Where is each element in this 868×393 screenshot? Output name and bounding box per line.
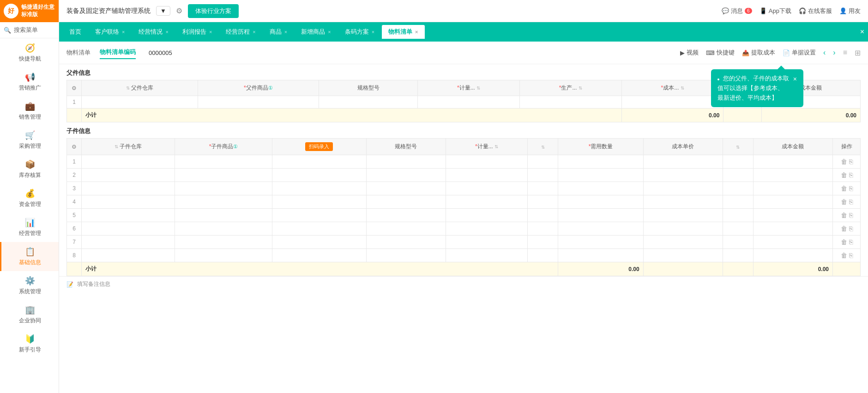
child-unit-8[interactable] (446, 249, 527, 262)
delete-icon-2[interactable]: 🗑 (841, 171, 847, 179)
sidebar-item-system[interactable]: ⚙️系统管理 (0, 271, 59, 300)
sidebar-item-guide[interactable]: 🔰新手引导 (0, 329, 59, 358)
child-warehouse-8[interactable] (82, 249, 175, 262)
child-sort2-4[interactable] (723, 195, 753, 209)
tab-close-bom[interactable]: × (415, 29, 418, 35)
tab-close-new-products[interactable]: × (328, 29, 331, 35)
child-warehouse-2[interactable] (82, 169, 175, 182)
child-unit-cost-7[interactable] (643, 236, 723, 249)
child-scan-7[interactable] (272, 236, 366, 249)
app-download-item[interactable]: 📱 App下载 (760, 7, 791, 15)
nav-tab-customer[interactable]: 客户联络× (89, 25, 131, 39)
child-sort-5[interactable] (528, 209, 558, 222)
child-unit-cost-3[interactable] (643, 182, 723, 195)
trial-button[interactable]: 体验行业方案 (188, 4, 239, 18)
nav-tab-products[interactable]: 商品× (263, 25, 294, 39)
copy-icon-5[interactable]: ⎘ (849, 212, 853, 219)
nav-grid-icon[interactable]: ≡ (843, 48, 847, 57)
parent-product-1[interactable] (198, 96, 319, 109)
child-unit-cost-5[interactable] (643, 209, 723, 222)
child-product-2[interactable] (175, 169, 272, 182)
copy-icon-4[interactable]: ⎘ (849, 198, 853, 206)
copy-icon-3[interactable]: ⎘ (849, 185, 853, 192)
nav-tab-barcode[interactable]: 条码方案× (338, 25, 381, 39)
single-settings-action[interactable]: 📄 单据设置 (783, 48, 816, 57)
user-item[interactable]: 👤 用友 (839, 7, 861, 15)
close-all-tabs[interactable]: × (860, 28, 864, 36)
child-unit-2[interactable] (446, 169, 527, 182)
child-spec-8[interactable] (366, 249, 446, 262)
child-req-qty-5[interactable] (558, 209, 643, 222)
child-sort-1[interactable] (528, 155, 558, 169)
sidebar-item-inventory[interactable]: 📦库存核算 (0, 155, 59, 184)
child-unit-4[interactable] (446, 195, 527, 209)
video-action[interactable]: ▶ 视频 (680, 48, 699, 57)
child-spec-4[interactable] (366, 195, 446, 209)
child-sort-6[interactable] (528, 222, 558, 236)
child-product-6[interactable] (175, 222, 272, 236)
child-unit-cost-2[interactable] (643, 169, 723, 182)
child-warehouse-6[interactable] (82, 222, 175, 236)
child-warehouse-3[interactable] (82, 182, 175, 195)
copy-icon-1[interactable]: ⎘ (849, 158, 853, 165)
child-sort2-2[interactable] (723, 169, 753, 182)
settings-icon[interactable]: ⚙ (176, 6, 182, 15)
child-scan-6[interactable] (272, 222, 366, 236)
delete-icon-7[interactable]: 🗑 (841, 238, 847, 246)
child-spec-6[interactable] (366, 222, 446, 236)
child-sort-7[interactable] (528, 236, 558, 249)
child-unit-cost-6[interactable] (643, 222, 723, 236)
sidebar-item-business[interactable]: 📊经营管理 (0, 213, 59, 242)
tab-close-profit[interactable]: × (209, 29, 212, 35)
child-spec-2[interactable] (366, 169, 446, 182)
th-parent-settings[interactable]: ⚙ (67, 80, 82, 96)
sidebar-item-sales[interactable]: 💼销售管理 (0, 97, 59, 126)
child-unit-6[interactable] (446, 222, 527, 236)
nav-tab-operations[interactable]: 经营情况× (132, 25, 175, 39)
child-scan-2[interactable] (272, 169, 366, 182)
child-req-qty-3[interactable] (558, 182, 643, 195)
delete-icon-4[interactable]: 🗑 (841, 198, 847, 206)
child-unit-cost-8[interactable] (643, 249, 723, 262)
sidebar-item-finance[interactable]: 💰资金管理 (0, 184, 59, 213)
sidebar-item-quick-nav[interactable]: 🧭快捷导航 (0, 38, 59, 67)
sidebar-item-enterprise[interactable]: 🏢企业协同 (0, 300, 59, 329)
child-unit-cost-4[interactable] (643, 195, 723, 209)
child-sort-8[interactable] (528, 249, 558, 262)
sub-tab-bom-code[interactable]: 物料清单编码 (100, 46, 136, 59)
child-req-qty-2[interactable] (558, 169, 643, 182)
child-spec-3[interactable] (366, 182, 446, 195)
nav-tab-new-products[interactable]: 新增商品× (295, 25, 337, 39)
child-scan-1[interactable] (272, 155, 366, 169)
child-unit-7[interactable] (446, 236, 527, 249)
scan-button[interactable]: 扫码录入 (305, 142, 333, 151)
child-warehouse-1[interactable] (82, 155, 175, 169)
notes-placeholder[interactable]: 填写备注信息 (77, 280, 110, 288)
parent-unit-1[interactable] (418, 96, 520, 109)
child-sort2-3[interactable] (723, 182, 753, 195)
child-scan-5[interactable] (272, 209, 366, 222)
child-sort-4[interactable] (528, 195, 558, 209)
system-dropdown[interactable]: ▼ (156, 6, 170, 16)
nav-next-arrow[interactable]: › (833, 48, 835, 57)
child-product-7[interactable] (175, 236, 272, 249)
child-spec-1[interactable] (366, 155, 446, 169)
child-req-qty-8[interactable] (558, 249, 643, 262)
copy-icon-8[interactable]: ⎘ (849, 252, 853, 259)
child-req-qty-6[interactable] (558, 222, 643, 236)
parent-produce-1[interactable] (519, 96, 621, 109)
message-item[interactable]: 💬 消息 6 (722, 7, 752, 15)
shortcut-action[interactable]: ⌨ 快捷键 (706, 48, 735, 57)
child-scan-4[interactable] (272, 195, 366, 209)
parent-warehouse-1[interactable] (82, 96, 198, 109)
child-req-qty-4[interactable] (558, 195, 643, 209)
sidebar-item-basic-info[interactable]: 📋基础信息 (0, 242, 59, 271)
child-warehouse-5[interactable] (82, 209, 175, 222)
child-scan-8[interactable] (272, 249, 366, 262)
child-product-8[interactable] (175, 249, 272, 262)
nav-prev-arrow[interactable]: ‹ (823, 48, 826, 57)
child-req-qty-7[interactable] (558, 236, 643, 249)
tab-close-barcode[interactable]: × (372, 29, 374, 35)
parent-spec-1[interactable] (319, 96, 417, 109)
nav-tab-profit[interactable]: 利润报告× (176, 25, 218, 39)
